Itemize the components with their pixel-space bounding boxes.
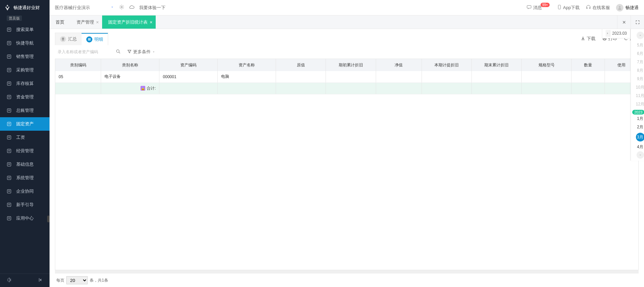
sidebar-item-10[interactable]: 基础信息 <box>0 158 50 171</box>
download-button[interactable]: 下载 <box>581 36 595 42</box>
search-input[interactable] <box>55 47 112 57</box>
sidebar-scrollbar[interactable] <box>47 216 50 222</box>
try-link[interactable]: 我要体验一下 <box>139 5 165 11</box>
svg-rect-13 <box>7 190 11 193</box>
guide-icon <box>6 202 12 208</box>
sidebar-item-3[interactable]: 采购管理 <box>0 63 50 77</box>
view-tab-summary[interactable]: 汇总 <box>55 33 82 45</box>
tab-0[interactable]: 首页 <box>50 15 70 29</box>
column-header[interactable]: 资产编码 <box>159 59 218 71</box>
month-item[interactable]: 6月 <box>636 50 644 58</box>
table-cell <box>276 71 326 83</box>
month-item[interactable]: 12月 <box>636 100 644 108</box>
svg-rect-18 <box>558 5 560 9</box>
sidebar-item-label: 资金管理 <box>16 94 34 100</box>
month-item[interactable]: 5月 <box>636 41 644 50</box>
download-icon <box>581 36 585 42</box>
phone-icon <box>557 4 562 11</box>
org-name: 医疗器械行业演示 <box>55 5 90 11</box>
sidebar-item-0[interactable]: 搜索菜单 <box>0 23 50 36</box>
download-label: 下载 <box>587 36 595 42</box>
header-settings-icon[interactable] <box>119 4 124 11</box>
table-cell <box>572 71 605 83</box>
tab-close-icon[interactable]: × <box>150 20 152 25</box>
headset-icon <box>586 4 591 11</box>
total-cell <box>422 83 471 94</box>
column-header[interactable]: 净值 <box>376 59 422 71</box>
sidebar-item-2[interactable]: 销售管理 <box>0 50 50 63</box>
sidebar-item-6[interactable]: 总账管理 <box>0 104 50 117</box>
tab-1[interactable]: 资产管理× <box>70 15 102 29</box>
pagination-total: 1 <box>102 278 104 283</box>
fullscreen-icon[interactable] <box>631 15 644 29</box>
chevron-down-icon <box>152 50 155 55</box>
collapse-sidebar-icon[interactable] <box>38 277 43 284</box>
table-horizontal-scrollbar[interactable] <box>55 270 639 274</box>
app-download-button[interactable]: App下载 <box>557 4 580 11</box>
column-header[interactable]: 期初累计折旧 <box>326 59 376 71</box>
month-item[interactable]: 3月 <box>636 131 644 143</box>
data-table: 类别编码类别名称资产编码资产名称原值期初累计折旧净值本期计提折旧期末累计折旧规格… <box>55 59 639 270</box>
search-icon[interactable] <box>116 49 121 55</box>
column-header[interactable]: 资产名称 <box>218 59 276 71</box>
sidebar-item-8[interactable]: 工资 <box>0 131 50 144</box>
sidebar-item-5[interactable]: 资金管理 <box>0 90 50 104</box>
sidebar-item-11[interactable]: 系统管理 <box>0 171 50 185</box>
period-current[interactable]: 2023.03 <box>602 29 631 38</box>
total-cell <box>471 83 521 94</box>
column-header[interactable]: 规格型号 <box>522 59 572 71</box>
month-item[interactable]: 9月 <box>636 75 644 83</box>
pagination: 每页 20 条， 共 1 条 <box>55 274 639 287</box>
column-header[interactable]: 原值 <box>276 59 326 71</box>
sidebar-item-1[interactable]: 快捷导航 <box>0 36 50 50</box>
settings-icon[interactable] <box>6 277 11 284</box>
column-header[interactable]: 本期计提折旧 <box>422 59 471 71</box>
period-prev-icon[interactable] <box>637 32 644 39</box>
tab-close-icon[interactable]: × <box>96 20 99 25</box>
tab-2[interactable]: 固定资产折旧统计表× <box>102 15 156 29</box>
close-all-tabs-icon[interactable] <box>617 15 631 29</box>
sidebar-footer <box>0 274 50 287</box>
total-cell <box>376 83 422 94</box>
month-item[interactable]: 4月 <box>636 143 644 151</box>
svg-rect-17 <box>527 5 531 8</box>
tab-label: 资产管理 <box>76 19 94 25</box>
column-header[interactable]: 期末累计折旧 <box>471 59 521 71</box>
user-info[interactable]: 畅捷通 <box>616 4 639 11</box>
column-header[interactable]: 类别名称 <box>101 59 159 71</box>
svg-rect-14 <box>7 203 11 207</box>
month-item[interactable]: 8月 <box>636 66 644 75</box>
period-next-icon[interactable] <box>637 151 644 159</box>
sidebar-item-14[interactable]: 应用中心 <box>0 212 50 225</box>
month-item[interactable]: 2月 <box>636 123 644 131</box>
collapse-period-icon[interactable] <box>606 30 610 37</box>
sidebar-item-label: 快捷导航 <box>16 40 34 46</box>
svg-rect-5 <box>7 82 11 86</box>
table-row[interactable]: 05电子设备000001电脑 <box>55 71 638 83</box>
more-filter-button[interactable]: 更多条件 <box>127 49 155 55</box>
sidebar-item-9[interactable]: 经营管理 <box>0 144 50 158</box>
month-item[interactable]: 10月 <box>636 83 644 92</box>
column-header[interactable]: 数量 <box>572 59 605 71</box>
sidebar-item-7[interactable]: 固定资产 <box>0 117 50 131</box>
cloud-icon[interactable] <box>129 4 134 11</box>
sidebar-item-12[interactable]: 企业协同 <box>0 185 50 198</box>
page-size-select[interactable]: 20 <box>66 276 88 284</box>
sidebar-item-label: 应用中心 <box>16 215 34 221</box>
total-cell: 🔒合计: <box>101 83 159 94</box>
total-cell <box>55 83 101 94</box>
pagination-total-prefix: 共 <box>98 278 102 283</box>
brand-name: 畅捷通好业财 <box>13 5 40 11</box>
svg-point-20 <box>117 50 119 52</box>
month-item[interactable]: 7月 <box>636 58 644 66</box>
view-tab-detail[interactable]: 明细 <box>82 33 108 45</box>
message-button[interactable]: 消息 99+ <box>526 4 551 11</box>
month-item[interactable]: 11月 <box>636 92 644 100</box>
support-button[interactable]: 在线客服 <box>586 4 610 11</box>
table-cell <box>376 71 422 83</box>
org-selector[interactable]: 医疗器械行业演示 <box>55 5 119 11</box>
sidebar-item-4[interactable]: 库存核算 <box>0 77 50 90</box>
month-item[interactable]: 1月 <box>636 115 644 123</box>
sidebar-item-13[interactable]: 新手引导 <box>0 198 50 212</box>
column-header[interactable]: 类别编码 <box>55 59 101 71</box>
